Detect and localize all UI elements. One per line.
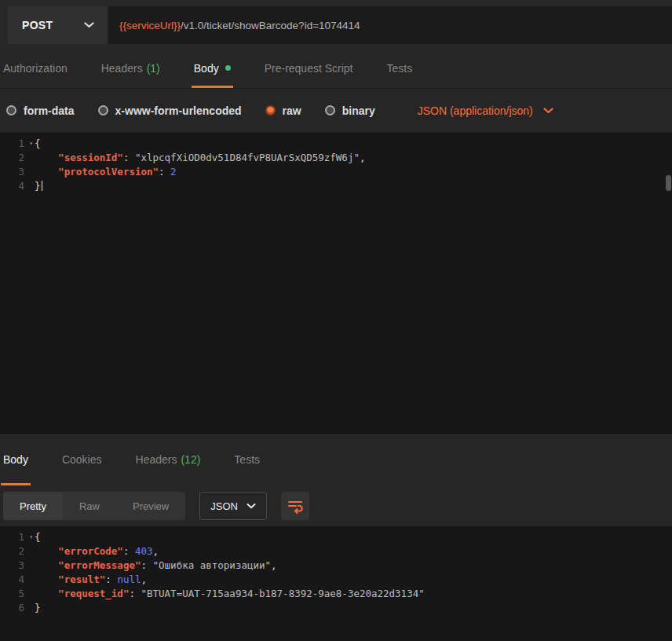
code-text: "result": null,	[35, 573, 147, 587]
line-number: 2	[0, 151, 35, 165]
tab-pre-request-script[interactable]: Pre-request Script	[262, 50, 356, 88]
line-number: 5	[0, 587, 35, 601]
radio-circle	[325, 105, 335, 115]
postman-app: POST {{serviceUrl}}/v1.0/ticket/showBarc…	[0, 0, 672, 641]
response-headers-count-badge: (12)	[181, 453, 200, 466]
fold-arrow-icon[interactable]: ▾	[29, 137, 33, 151]
tab-response-cookies[interactable]: Cookies	[60, 435, 104, 485]
code-text: "protocolVersion": 2	[35, 165, 177, 179]
tab-tests[interactable]: Tests	[385, 50, 415, 88]
url-input[interactable]: {{serviceUrl}}/v1.0/ticket/showBarcode?i…	[108, 6, 672, 44]
radio-circle	[6, 105, 16, 115]
radio-label: raw	[283, 104, 301, 117]
method-chevron-icon	[84, 22, 94, 28]
code-line: 5 "request_id": "BTUAT=UAT-715aa934-b187…	[0, 587, 672, 601]
wrap-text-icon	[287, 498, 303, 514]
wrap-lines-button[interactable]	[281, 492, 309, 520]
code-line: 4}	[0, 179, 672, 193]
tab-label: Headers	[101, 62, 143, 75]
tab-headers[interactable]: Headers (1)	[99, 50, 163, 88]
response-tabs: Body Cookies Headers (12) Tests	[0, 434, 672, 485]
radio-form-data[interactable]: form-data	[6, 104, 75, 117]
code-line: 2 "errorCode": 403,	[0, 544, 672, 559]
line-number: 1▾	[0, 530, 35, 544]
line-number: 6	[0, 601, 35, 615]
tab-label: Body	[194, 62, 219, 75]
tab-label: Cookies	[62, 453, 102, 466]
content-type-dropdown[interactable]: JSON (application/json)	[418, 104, 553, 117]
tab-response-headers[interactable]: Headers (12)	[133, 435, 203, 485]
tab-label: Authorization	[3, 62, 68, 75]
radio-label: form-data	[24, 104, 75, 117]
line-number: 4	[0, 573, 35, 587]
code-text: "sessionId": "xlpcqfXiOD0dv51D84fvP8UArS…	[35, 151, 365, 165]
raw-button[interactable]: Raw	[63, 492, 116, 520]
response-toolbar: Pretty Raw Preview JSON	[0, 485, 672, 526]
pretty-label: Pretty	[20, 500, 46, 512]
code-line: 3 "errorMessage": "Ошибка авторизации",	[0, 559, 672, 573]
radio-circle	[98, 105, 108, 115]
raw-label: Raw	[79, 500, 100, 512]
tab-response-body[interactable]: Body	[1, 435, 31, 485]
tab-label: Tests	[234, 453, 260, 466]
tab-authorization[interactable]: Authorization	[1, 50, 70, 88]
radio-raw[interactable]: raw	[265, 104, 301, 117]
url-variable: {{serviceUrl}}	[119, 20, 181, 31]
fold-arrow-icon[interactable]: ▾	[29, 530, 33, 544]
method-label: POST	[22, 19, 53, 31]
headers-count-badge: (1)	[147, 62, 160, 75]
url-path: /v1.0/ticket/showBarcode?id=1074414	[181, 20, 360, 31]
content-type-label: JSON (application/json)	[418, 104, 533, 117]
code-text: }	[35, 601, 41, 615]
code-line: 3 "protocolVersion": 2	[0, 165, 672, 179]
code-text: "errorCode": 403,	[35, 544, 159, 559]
line-number: 3	[0, 165, 35, 179]
line-number: 2	[0, 544, 35, 559]
tab-label: Body	[3, 453, 28, 466]
tab-label: Tests	[387, 62, 413, 75]
preview-label: Preview	[133, 500, 169, 512]
request-body-editor[interactable]: 1▾{2 "sessionId": "xlpcqfXiOD0dv51D84fvP…	[0, 133, 672, 434]
response-format-label: JSON	[210, 500, 238, 512]
code-line: 1▾{	[0, 137, 672, 151]
code-text: "errorMessage": "Ошибка авторизации",	[35, 559, 277, 573]
tab-body[interactable]: Body	[192, 50, 233, 88]
code-text: {	[35, 137, 41, 151]
body-tab-green-dot	[225, 65, 231, 71]
tab-response-tests[interactable]: Tests	[232, 435, 262, 485]
code-line: 2 "sessionId": "xlpcqfXiOD0dv51D84fvP8UA…	[0, 151, 672, 165]
code-text: }	[35, 179, 42, 193]
radio-label: x-www-form-urlencoded	[115, 104, 242, 117]
preview-button[interactable]: Preview	[116, 492, 185, 520]
code-line: 4 "result": null,	[0, 573, 672, 587]
content-type-chevron-icon	[543, 108, 553, 114]
code-text: "request_id": "BTUAT=UAT-715aa934-b187-8…	[35, 587, 425, 601]
pretty-button[interactable]: Pretty	[3, 492, 63, 520]
request-url-bar: POST {{serviceUrl}}/v1.0/ticket/showBarc…	[0, 0, 672, 50]
code-text: {	[35, 530, 41, 544]
format-chevron-icon	[247, 504, 256, 509]
line-number: 1▾	[0, 137, 35, 151]
text-cursor	[42, 181, 42, 191]
editor-scrollbar-thumb[interactable]	[666, 175, 671, 191]
response-body-editor[interactable]: 1▾{2 "errorCode": 403,3 "errorMessage": …	[0, 526, 672, 641]
line-number: 4	[0, 179, 35, 193]
radio-circle	[265, 105, 276, 115]
method-selector[interactable]: POST	[8, 6, 107, 44]
radio-x-www-form-urlencoded[interactable]: x-www-form-urlencoded	[98, 104, 242, 117]
radio-label: binary	[342, 104, 375, 117]
code-line: 6}	[0, 601, 672, 615]
tab-label: Headers	[136, 453, 177, 466]
response-format-dropdown[interactable]: JSON	[199, 492, 267, 520]
tab-label: Pre-request Script	[265, 62, 353, 75]
code-line: 1▾{	[0, 530, 672, 544]
response-view-switch: Pretty Raw Preview	[3, 492, 185, 520]
radio-binary[interactable]: binary	[325, 104, 375, 117]
request-tabs: Authorization Headers (1) Body Pre-reque…	[0, 50, 672, 89]
line-number: 3	[0, 559, 35, 573]
body-mode-row: form-data x-www-form-urlencoded raw bina…	[0, 89, 672, 133]
